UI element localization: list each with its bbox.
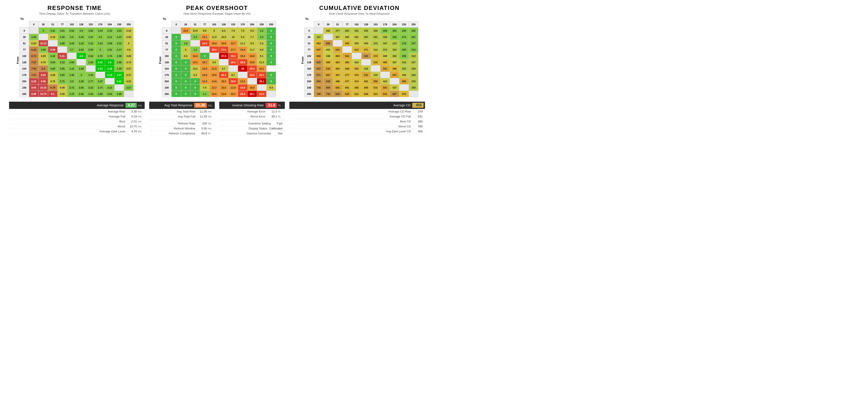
matrix-cell: 8.99: [48, 46, 58, 53]
matrix-cell: 5: [124, 40, 133, 46]
stat-label: Worst CD: [291, 125, 413, 128]
stat-unit: ms: [138, 115, 143, 118]
matrix-cell: 537: [390, 72, 399, 78]
matrix-cell: 301: [409, 34, 418, 40]
column-header: 230: [257, 21, 267, 28]
matrix-cell: [105, 78, 115, 84]
matrix-cell: [39, 34, 48, 40]
matrix-table-cumulative-deviation: 0265177102128153179204230255039237736335…: [304, 21, 418, 97]
matrix-cell: [238, 72, 248, 78]
matrix-cell: 0: [172, 91, 181, 97]
matrix-cell: 495: [352, 84, 362, 91]
matrix-cell: 8: [210, 28, 219, 34]
matrix-cell: 21.5: [210, 66, 219, 72]
stat-value-highlight: 31.8: [266, 103, 277, 108]
matrix-cell: 441: [323, 46, 333, 53]
matrix-cell: [390, 78, 399, 84]
matrix-cell: [399, 84, 409, 91]
stats-divider: [219, 120, 285, 120]
stat-label: Average Dark Level: [10, 130, 127, 133]
matrix-cell: [124, 91, 133, 97]
matrix-cell: 3.84: [67, 59, 76, 66]
matrix-cell: [228, 66, 238, 72]
matrix-cell: [67, 53, 76, 59]
matrix-cell: 5.2: [191, 72, 200, 78]
matrix-cell: 3.47: [115, 34, 124, 40]
matrix-cell: 38.1: [248, 91, 257, 97]
axis-label-from: From: [301, 24, 304, 97]
matrix-cell: 3.21: [105, 34, 115, 40]
matrix-cell: 15.1: [200, 34, 210, 40]
stat-value-highlight: 455: [412, 103, 424, 108]
matrix-cell: 0: [181, 91, 191, 97]
matrix-cell: 0: [267, 59, 276, 66]
matrix-cell: 296: [399, 53, 409, 59]
matrix-cell: 34.5: [248, 72, 257, 78]
stat-row: Average CD Fall531: [289, 114, 425, 119]
matrix-cell: 3.55: [58, 66, 67, 72]
matrix-cell: 3.65: [58, 72, 67, 78]
matrix-cell: 0: [172, 72, 181, 78]
matrix-cell: 3.89: [48, 66, 58, 72]
matrix-cell: 2.62: [86, 53, 96, 59]
matrix-cell: 8.4: [267, 84, 276, 91]
stat-label: Overdrive Setting: [221, 122, 273, 125]
matrix-cell: 4.75: [48, 78, 58, 84]
matrix-cell: 0: [172, 78, 181, 84]
axis-label-from: From: [158, 24, 162, 97]
matrix-cell: 18.7: [200, 59, 210, 66]
matrix-cell: 19.3: [238, 53, 248, 59]
matrix-cell: 492: [342, 40, 352, 46]
matrix-cell: 358: [409, 84, 418, 91]
matrix-cell: [115, 84, 124, 91]
stat-row: Best2.01ms: [9, 119, 145, 124]
stat-row: Worst Error39.1%: [219, 114, 285, 119]
matrix-cell: [58, 46, 67, 53]
matrix-cell: 6.18: [29, 46, 39, 53]
column-header: 26: [323, 21, 333, 28]
corner-cell: [305, 21, 314, 28]
matrix-cell: 491: [352, 66, 362, 72]
matrix-cell: 278: [399, 40, 409, 46]
matrix-wrapper-cumulative-deviation: FromTo0265177102128153179204230255039237…: [301, 17, 418, 97]
matrix-cell: 9.1: [48, 91, 58, 97]
matrix-cell: 10.9: [191, 28, 200, 34]
column-header: 153: [86, 21, 96, 28]
stat-label: Average Error: [221, 110, 267, 113]
matrix-cell: 410: [371, 72, 380, 78]
matrix-cell: 351: [352, 28, 362, 34]
row-header: 153: [162, 66, 172, 72]
matrix-cell: 440: [399, 72, 409, 78]
matrix-cell: 3.6: [67, 78, 76, 84]
matrix-cell: [181, 34, 191, 40]
stat-row: Average CD455: [289, 102, 425, 109]
matrix-cell: 3.98: [76, 66, 86, 72]
stat-label: Average Rise: [10, 110, 127, 113]
matrix-cell: 3.57: [124, 84, 133, 91]
matrix-cell: 316: [399, 59, 409, 66]
matrix-cell: 6.5: [181, 53, 191, 59]
section-title: PEAK OVERSHOOT: [186, 4, 248, 11]
matrix-cell: 4.2: [257, 34, 267, 40]
matrix-cell: 587: [323, 72, 333, 78]
matrix-cell: [267, 91, 276, 97]
matrix-cell: 475: [352, 72, 362, 78]
section-response-time: RESPONSE TIMETime Display Takes To Trans…: [7, 4, 143, 97]
matrix-cell: 19.9: [248, 59, 257, 66]
matrix-cell: 2.88: [58, 40, 67, 46]
matrix-cell: 15.8: [219, 40, 228, 46]
main-container: RESPONSE TIMETime Display Takes To Trans…: [0, 0, 434, 140]
matrix-cell: 0: [172, 46, 181, 53]
stat-row: Average Rise3.30ms: [9, 109, 145, 114]
matrix-cell: 7.9: [200, 84, 210, 91]
matrix-cell: 3.84: [39, 46, 48, 53]
matrix-cell: 671: [314, 72, 323, 78]
stat-value: Yes: [273, 132, 283, 135]
stat-label: Avg Total Response: [151, 103, 194, 107]
matrix-cell: 28.9: [238, 59, 248, 66]
row-header: 153: [20, 66, 29, 72]
column-header: 128: [362, 21, 371, 28]
stat-value-highlight: 4.27: [125, 103, 137, 108]
matrix-cell: 477: [342, 72, 352, 78]
matrix-cell: 591: [380, 66, 390, 72]
